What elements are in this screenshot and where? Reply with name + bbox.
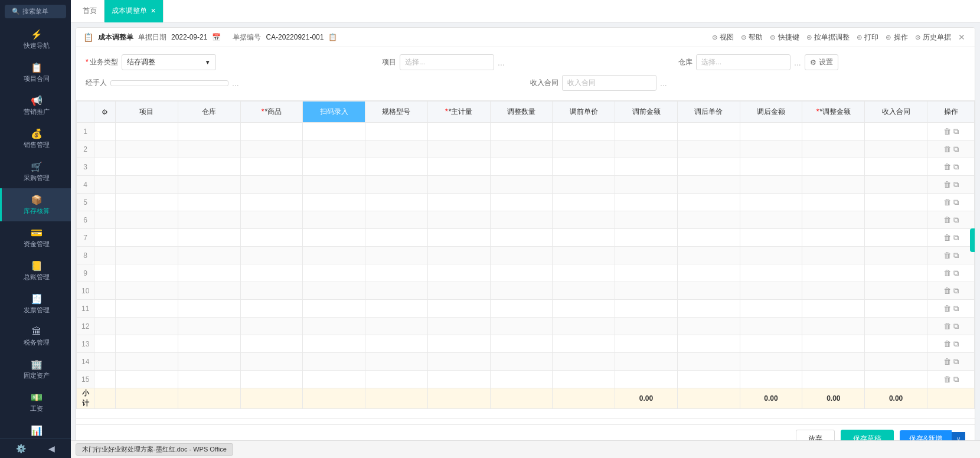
cell-before-price-12[interactable] (553, 318, 615, 335)
cell-adjust-qty-4[interactable] (490, 176, 553, 194)
cell-settings-10[interactable] (94, 282, 116, 300)
cell-before-price-5[interactable] (553, 194, 615, 211)
cell-settings-7[interactable] (94, 229, 116, 247)
cell-project-3[interactable] (116, 158, 178, 176)
cell-settings-2[interactable] (94, 140, 116, 158)
cell-warehouse-3[interactable] (178, 158, 240, 176)
toolbar-action-shortcuts[interactable]: ⊙ 快捷键 (770, 32, 799, 42)
taskbar-item[interactable]: 木门行业好业财处理方案-墨红红.doc - WPS Office (76, 443, 233, 456)
sidebar-item-payroll[interactable]: 💵 工资 (0, 386, 71, 419)
cell-after-price-4[interactable] (677, 176, 740, 194)
cell-after-price-5[interactable] (677, 194, 740, 211)
tab-close-cost-adjustment[interactable]: ✕ (151, 7, 156, 15)
cell-spec-7[interactable] (365, 229, 428, 247)
cell-product-3[interactable] (240, 158, 303, 176)
cell-project-13[interactable] (116, 335, 178, 353)
cell-project-10[interactable] (116, 282, 178, 300)
cell-unit-14[interactable] (427, 353, 490, 371)
income-contract-input[interactable]: 收入合同 (562, 75, 656, 91)
cell-after-price-2[interactable] (677, 140, 740, 158)
col-scan-input[interactable]: 扫码录入 (303, 102, 365, 123)
cell-after-amount-11[interactable] (740, 300, 802, 318)
cell-before-price-4[interactable] (553, 176, 615, 194)
copy-btn-12[interactable]: ⧉ (953, 322, 959, 331)
sidebar-search-area[interactable]: 🔍 搜索菜单 (0, 0, 71, 23)
cell-product-8[interactable] (240, 247, 303, 264)
income-contract-ellipsis[interactable]: ... (660, 78, 667, 88)
cell-product-12[interactable] (240, 318, 303, 335)
copy-btn-5[interactable]: ⧉ (953, 198, 959, 207)
project-input[interactable]: 选择... (400, 54, 494, 70)
cell-after-price-11[interactable] (677, 300, 740, 318)
cell-settings-14[interactable] (94, 353, 116, 371)
cell-income-contract-10[interactable] (865, 282, 927, 300)
cell-income-contract-6[interactable] (865, 211, 927, 229)
copy-btn-8[interactable]: ⧉ (953, 251, 959, 260)
cell-unit-6[interactable] (427, 211, 490, 229)
cell-unit-9[interactable] (427, 264, 490, 282)
cell-settings-11[interactable] (94, 300, 116, 318)
cell-scan-input-2[interactable] (303, 140, 365, 158)
delete-btn-4[interactable]: 🗑 (943, 180, 951, 189)
cell-before-price-2[interactable] (553, 140, 615, 158)
cell-before-price-8[interactable] (553, 247, 615, 264)
cell-after-amount-2[interactable] (740, 140, 802, 158)
cell-project-4[interactable] (116, 176, 178, 194)
cell-income-contract-13[interactable] (865, 335, 927, 353)
cell-warehouse-14[interactable] (178, 353, 240, 371)
delete-btn-2[interactable]: 🗑 (943, 145, 951, 153)
copy-btn-6[interactable]: ⧉ (953, 215, 959, 225)
cell-income-contract-5[interactable] (865, 194, 927, 211)
cell-after-price-12[interactable] (677, 318, 740, 335)
cell-scan-input-8[interactable] (303, 247, 365, 264)
cell-settings-12[interactable] (94, 318, 116, 335)
cell-adjust-amount-8[interactable] (802, 247, 865, 264)
cell-settings-13[interactable] (94, 335, 116, 353)
cell-after-price-1[interactable] (677, 123, 740, 140)
cell-income-contract-15[interactable] (865, 371, 927, 388)
sidebar-item-business-mgmt[interactable]: 📊 经营管理 (0, 419, 71, 439)
cell-after-price-3[interactable] (677, 158, 740, 176)
cell-settings-6[interactable] (94, 211, 116, 229)
sidebar-item-sales-mgmt[interactable]: 💰 销售管理 (0, 122, 71, 155)
delete-btn-13[interactable]: 🗑 (943, 339, 951, 348)
cell-project-2[interactable] (116, 140, 178, 158)
cell-adjust-amount-14[interactable] (802, 353, 865, 371)
tab-cost-adjustment[interactable]: 成本调整单✕ (104, 0, 164, 22)
cell-adjust-amount-10[interactable] (802, 282, 865, 300)
cell-unit-7[interactable] (427, 229, 490, 247)
cell-adjust-amount-12[interactable] (802, 318, 865, 335)
cell-product-2[interactable] (240, 140, 303, 158)
cell-project-6[interactable] (116, 211, 178, 229)
cell-project-5[interactable] (116, 194, 178, 211)
cell-adjust-amount-1[interactable] (802, 123, 865, 140)
cell-before-price-3[interactable] (553, 158, 615, 176)
cell-after-price-14[interactable] (677, 353, 740, 371)
cell-product-10[interactable] (240, 282, 303, 300)
cell-after-price-15[interactable] (677, 371, 740, 388)
toolbar-action-preview[interactable]: ⊙ 视图 (712, 32, 734, 42)
sidebar-item-tax-mgmt[interactable]: 🏛 税务管理 (0, 320, 71, 353)
cell-product-7[interactable] (240, 229, 303, 247)
cell-scan-input-10[interactable] (303, 282, 365, 300)
cell-adjust-qty-15[interactable] (490, 371, 553, 388)
cell-before-amount-2[interactable] (615, 140, 678, 158)
cell-adjust-qty-13[interactable] (490, 335, 553, 353)
cell-before-price-14[interactable] (553, 353, 615, 371)
cell-unit-13[interactable] (427, 335, 490, 353)
toolbar-action-history[interactable]: ⊙ 历史单据 (915, 32, 951, 42)
cell-unit-15[interactable] (427, 371, 490, 388)
cell-unit-8[interactable] (427, 247, 490, 264)
handler-ellipsis[interactable]: ... (232, 78, 239, 88)
cell-after-amount-12[interactable] (740, 318, 802, 335)
cell-adjust-amount-2[interactable] (802, 140, 865, 158)
delete-btn-9[interactable]: 🗑 (943, 269, 951, 277)
cell-settings-15[interactable] (94, 371, 116, 388)
cell-after-price-10[interactable] (677, 282, 740, 300)
cell-spec-6[interactable] (365, 211, 428, 229)
cell-warehouse-8[interactable] (178, 247, 240, 264)
right-edge-indicator[interactable] (970, 228, 975, 252)
cell-after-price-13[interactable] (677, 335, 740, 353)
cell-warehouse-9[interactable] (178, 264, 240, 282)
copy-btn-1[interactable]: ⧉ (953, 127, 959, 136)
